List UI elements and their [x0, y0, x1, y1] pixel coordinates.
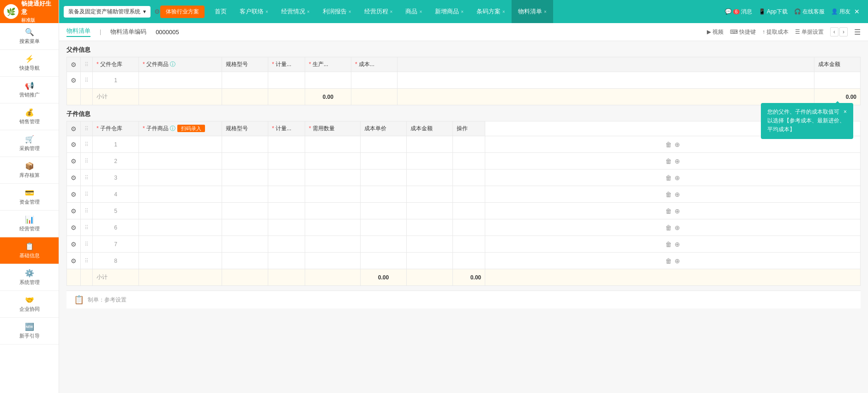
shortcut-button[interactable]: ⌨ 快捷键: [730, 28, 756, 36]
child-row-unit[interactable]: [305, 203, 361, 219]
copy-row-icon[interactable]: ⊕: [675, 157, 680, 165]
parent-row-spec[interactable]: [268, 72, 305, 89]
scan-input-button[interactable]: 扫码录入: [177, 125, 205, 132]
child-row-unit[interactable]: [305, 219, 361, 236]
child-row-warehouse[interactable]: [139, 253, 222, 269]
child-row-unit[interactable]: [305, 236, 361, 253]
child-row-product[interactable]: [222, 153, 268, 169]
child-settings-icon[interactable]: ⚙: [71, 125, 77, 133]
nav-close-icon[interactable]: ×: [461, 9, 464, 14]
copy-row-icon[interactable]: ⊕: [675, 224, 680, 231]
sidebar-item-guide[interactable]: 🆕 新手引导: [0, 318, 59, 345]
copy-row-icon[interactable]: ⊕: [675, 257, 680, 265]
child-row-qty[interactable]: [361, 219, 407, 236]
delete-row-icon[interactable]: 🗑: [665, 241, 672, 248]
topbar-settings-icon[interactable]: ⚙: [154, 8, 160, 15]
child-row-amount[interactable]: [453, 153, 485, 169]
sidebar-item-marketing[interactable]: 📢 营销推广: [0, 77, 59, 103]
sidebar-item-purchase[interactable]: 🛒 采购管理: [0, 130, 59, 157]
sidebar-item-finance[interactable]: 💳 资金管理: [0, 184, 59, 211]
nav-close-icon[interactable]: ×: [419, 9, 422, 14]
child-row-price[interactable]: [407, 186, 453, 203]
child-row-product[interactable]: [222, 136, 268, 153]
child-row-unit[interactable]: [305, 169, 361, 186]
child-row-price[interactable]: [407, 153, 453, 169]
next-record-button[interactable]: ›: [839, 27, 848, 36]
parent-row-production[interactable]: [351, 72, 398, 89]
nav-close-icon[interactable]: ×: [390, 9, 393, 14]
nav-item-operations[interactable]: 经营情况 ×: [275, 0, 316, 23]
prev-record-button[interactable]: ‹: [830, 27, 838, 36]
child-row-price[interactable]: [407, 236, 453, 253]
extract-cost-button[interactable]: ↑ 提取成本: [762, 28, 789, 36]
parent-row-amount[interactable]: [814, 72, 861, 89]
sidebar-item-inventory[interactable]: 📦 库存核算: [0, 157, 59, 184]
nav-item-history[interactable]: 经营历程 ×: [358, 0, 399, 23]
child-row-spec[interactable]: [268, 203, 305, 219]
child-row-price[interactable]: [407, 203, 453, 219]
child-row-qty[interactable]: [361, 203, 407, 219]
child-row-unit[interactable]: [305, 153, 361, 169]
child-row-product[interactable]: [222, 169, 268, 186]
child-row-product[interactable]: [222, 203, 268, 219]
nav-close-icon[interactable]: ×: [544, 9, 547, 14]
message-button[interactable]: 💬 6 消息: [725, 8, 752, 16]
video-button[interactable]: ▶ 视频: [707, 28, 723, 36]
sidebar-item-operations[interactable]: 📊 经营管理: [0, 211, 59, 237]
child-row-warehouse[interactable]: [139, 236, 222, 253]
delete-row-icon[interactable]: 🗑: [665, 224, 672, 231]
nav-item-customers[interactable]: 客户联络 ×: [233, 0, 275, 23]
online-service-button[interactable]: 🎧 在线客服: [794, 8, 825, 16]
child-row-amount[interactable]: [453, 219, 485, 236]
child-row-product[interactable]: [222, 186, 268, 203]
sidebar-item-quicknav[interactable]: ⚡ 快捷导航: [0, 50, 59, 77]
sidebar-item-system[interactable]: ⚙️ 系统管理: [0, 264, 59, 291]
child-row-qty[interactable]: [361, 136, 407, 153]
child-row-qty[interactable]: [361, 153, 407, 169]
child-row-product[interactable]: [222, 219, 268, 236]
child-row-spec[interactable]: [268, 169, 305, 186]
parent-row-cost[interactable]: [398, 72, 814, 89]
close-window-icon[interactable]: ✕: [850, 8, 863, 15]
child-row-unit[interactable]: [305, 136, 361, 153]
copy-row-icon[interactable]: ⊕: [675, 207, 680, 215]
nav-close-icon[interactable]: ×: [502, 9, 505, 14]
child-row-unit[interactable]: [305, 253, 361, 269]
child-row-warehouse[interactable]: [139, 169, 222, 186]
app-download-button[interactable]: 📱 App下载: [759, 8, 788, 16]
nav-close-icon[interactable]: ×: [349, 9, 351, 14]
child-row-spec[interactable]: [268, 136, 305, 153]
nav-close-icon[interactable]: ×: [307, 9, 310, 14]
child-row-qty[interactable]: [361, 253, 407, 269]
delete-row-icon[interactable]: 🗑: [665, 207, 672, 215]
child-row-qty[interactable]: [361, 186, 407, 203]
child-row-amount[interactable]: [453, 203, 485, 219]
sidebar-item-enterprise[interactable]: 🤝 企业协同: [0, 291, 59, 318]
child-row-price[interactable]: [407, 136, 453, 153]
delete-row-icon[interactable]: 🗑: [665, 141, 672, 148]
child-row-amount[interactable]: [453, 186, 485, 203]
child-row-warehouse[interactable]: [139, 219, 222, 236]
nav-item-home[interactable]: 首页: [208, 0, 233, 23]
copy-row-icon[interactable]: ⊕: [675, 191, 680, 198]
nav-close-icon[interactable]: ×: [265, 9, 268, 14]
child-row-spec[interactable]: [268, 186, 305, 203]
child-row-spec[interactable]: [268, 219, 305, 236]
child-row-price[interactable]: [407, 253, 453, 269]
child-row-warehouse[interactable]: [139, 153, 222, 169]
nav-item-barcode[interactable]: 条码方案 ×: [470, 0, 512, 23]
child-row-spec[interactable]: [268, 253, 305, 269]
trial-button[interactable]: 体验行业方案: [160, 6, 205, 18]
nav-item-new-products[interactable]: 新增商品 ×: [428, 0, 470, 23]
delete-row-icon[interactable]: 🗑: [665, 257, 672, 265]
child-row-product[interactable]: [222, 236, 268, 253]
child-row-warehouse[interactable]: [139, 203, 222, 219]
parent-col-settings-icon[interactable]: ⚙: [71, 61, 77, 68]
system-selector[interactable]: 装备及固定资产辅助管理系统 ▾: [64, 6, 151, 18]
parent-row-unit[interactable]: [305, 72, 351, 89]
child-row-price[interactable]: [407, 219, 453, 236]
sidebar-item-basic[interactable]: 📋 基础信息: [0, 237, 59, 264]
nav-item-bom[interactable]: 物料清单 ×: [512, 0, 553, 23]
child-row-qty[interactable]: [361, 169, 407, 186]
nav-item-products[interactable]: 商品 ×: [399, 0, 428, 23]
